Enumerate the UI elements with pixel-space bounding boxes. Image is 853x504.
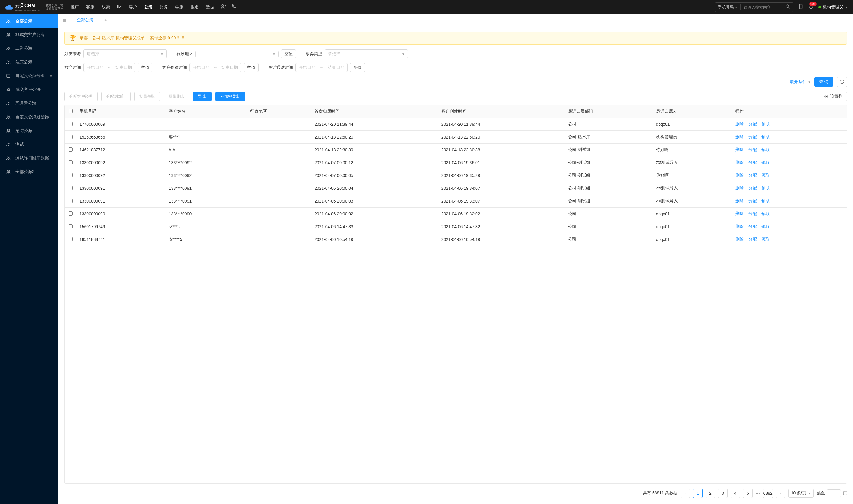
assign-link[interactable]: 分配	[748, 122, 757, 126]
refresh-button[interactable]	[837, 77, 847, 87]
next-page-button[interactable]: ›	[776, 488, 785, 498]
page-number[interactable]: 4	[731, 488, 740, 498]
delete-link[interactable]: 删除	[736, 224, 744, 229]
row-checkbox[interactable]	[69, 186, 73, 190]
row-checkbox[interactable]	[69, 147, 73, 151]
page-size-select[interactable]: 10 条/页▼	[788, 489, 814, 498]
claim-link[interactable]: 领取	[761, 160, 769, 165]
assign-link[interactable]: 分配	[748, 134, 757, 139]
sidebar-item[interactable]: 消防公海	[0, 124, 58, 138]
page-number[interactable]: 1	[693, 488, 703, 498]
row-checkbox[interactable]	[69, 237, 73, 241]
row-checkbox[interactable]	[69, 224, 73, 229]
delete-link[interactable]: 删除	[736, 211, 744, 216]
search-icon[interactable]	[782, 4, 793, 11]
sidebar-item[interactable]: 测试昨日回库数据	[0, 151, 58, 165]
export-button[interactable]: 导 出	[193, 92, 212, 101]
column-settings-button[interactable]: 设置列	[820, 92, 847, 101]
select-all-checkbox[interactable]	[69, 109, 73, 113]
assign-link[interactable]: 分配	[748, 173, 757, 178]
sidebar-item[interactable]: 非成交客户公海	[0, 28, 58, 42]
expand-filters-button[interactable]: 展开条件▼	[790, 79, 811, 85]
claim-link[interactable]: 领取	[761, 173, 769, 178]
delete-link[interactable]: 删除	[736, 198, 744, 203]
sidebar-item[interactable]: 全部公海2	[0, 165, 58, 179]
mobile-icon[interactable]	[798, 4, 803, 11]
filter-create-null[interactable]: 空值	[243, 63, 258, 72]
delete-link[interactable]: 删除	[736, 160, 744, 165]
claim-link[interactable]: 领取	[761, 198, 769, 203]
delete-link[interactable]: 删除	[736, 173, 744, 178]
sidebar-item[interactable]: 成交客户公海	[0, 83, 58, 96]
filter-abandon-time-range[interactable]: 开始日期~结束日期	[84, 63, 135, 72]
assign-link[interactable]: 分配	[748, 224, 757, 229]
delete-link[interactable]: 删除	[736, 134, 744, 139]
user-menu[interactable]: 机构管理员 ▼	[818, 4, 848, 10]
assign-link[interactable]: 分配	[748, 185, 757, 190]
claim-link[interactable]: 领取	[761, 237, 769, 241]
nav-item[interactable]: 报名	[190, 1, 199, 13]
claim-link[interactable]: 领取	[761, 224, 769, 229]
delete-link[interactable]: 删除	[736, 237, 744, 241]
query-button[interactable]: 查 询	[814, 77, 833, 87]
filter-abandon-null[interactable]: 空值	[138, 63, 152, 72]
last-page-button[interactable]: 6882	[763, 488, 773, 498]
delete-link[interactable]: 删除	[736, 122, 744, 126]
nav-item[interactable]: IM	[117, 1, 122, 13]
sidebar-item[interactable]: 全部公海	[0, 14, 58, 28]
batch-claim-button[interactable]: 批量领取	[134, 92, 160, 101]
phone-icon[interactable]	[231, 4, 236, 11]
search-type-select[interactable]: 手机号码 ▼	[715, 3, 741, 12]
row-checkbox[interactable]	[69, 122, 73, 126]
nav-item[interactable]: 公海	[144, 1, 152, 13]
row-checkbox[interactable]	[69, 134, 73, 139]
row-checkbox[interactable]	[69, 173, 73, 177]
row-checkbox[interactable]	[69, 160, 73, 164]
sidebar-item[interactable]: 注安公海	[0, 55, 58, 69]
nav-item[interactable]: 财务	[160, 1, 168, 13]
filter-type-select[interactable]: 请选择▼	[325, 50, 408, 58]
page-jump-input[interactable]	[827, 489, 841, 498]
page-number[interactable]: 2	[706, 488, 715, 498]
row-checkbox[interactable]	[69, 199, 73, 203]
claim-link[interactable]: 领取	[761, 211, 769, 216]
collapse-tabs-icon[interactable]	[58, 14, 71, 27]
logo[interactable]: 云朵CRM www.yunduocrm.com 教育机构一站 式服务云平台	[5, 3, 63, 12]
delete-link[interactable]: 删除	[736, 147, 744, 152]
nav-item[interactable]: 数据	[206, 1, 215, 13]
nav-item[interactable]: 推广	[71, 1, 79, 13]
page-number[interactable]: 5	[743, 488, 752, 498]
tab-all-public[interactable]: 全部公海	[71, 14, 99, 27]
assign-link[interactable]: 分配	[748, 237, 757, 241]
bell-icon[interactable]: 99+	[808, 4, 814, 11]
search-input[interactable]	[741, 3, 782, 11]
add-tab-button[interactable]: +	[99, 17, 112, 23]
assign-manager-button[interactable]: 分配客户经理	[64, 92, 98, 101]
filter-create-time-range[interactable]: 开始日期~结束日期	[189, 63, 241, 72]
assign-link[interactable]: 分配	[748, 198, 757, 203]
sidebar-item[interactable]: 二咨公海	[0, 42, 58, 55]
claim-link[interactable]: 领取	[761, 147, 769, 152]
prev-page-button[interactable]: ‹	[680, 488, 690, 498]
nav-item[interactable]: 学服	[175, 1, 183, 13]
filter-region-null[interactable]: 空值	[281, 50, 296, 58]
sidebar-item[interactable]: 五月天公海	[0, 96, 58, 110]
claim-link[interactable]: 领取	[761, 185, 769, 190]
nav-item[interactable]: 客户	[129, 1, 137, 13]
export-plain-button[interactable]: 不加密导出	[215, 92, 245, 101]
claim-link[interactable]: 领取	[761, 122, 769, 126]
nav-item[interactable]: 线索	[102, 1, 110, 13]
assign-link[interactable]: 分配	[748, 160, 757, 165]
batch-delete-button[interactable]: 批量删除	[164, 92, 189, 101]
nav-item[interactable]: 客服	[86, 1, 94, 13]
filter-source-select[interactable]: 请选择▼	[84, 50, 167, 58]
filter-call-time-range[interactable]: 开始日期~结束日期	[295, 63, 347, 72]
filter-region-select[interactable]: ▼	[195, 51, 279, 57]
filter-call-null[interactable]: 空值	[350, 63, 365, 72]
delete-link[interactable]: 删除	[736, 185, 744, 190]
assign-link[interactable]: 分配	[748, 211, 757, 216]
user-add-icon[interactable]	[220, 4, 226, 11]
assign-link[interactable]: 分配	[748, 147, 757, 152]
sidebar-item[interactable]: 自定义公海分组▼	[0, 69, 58, 83]
page-number[interactable]: 3	[718, 488, 728, 498]
